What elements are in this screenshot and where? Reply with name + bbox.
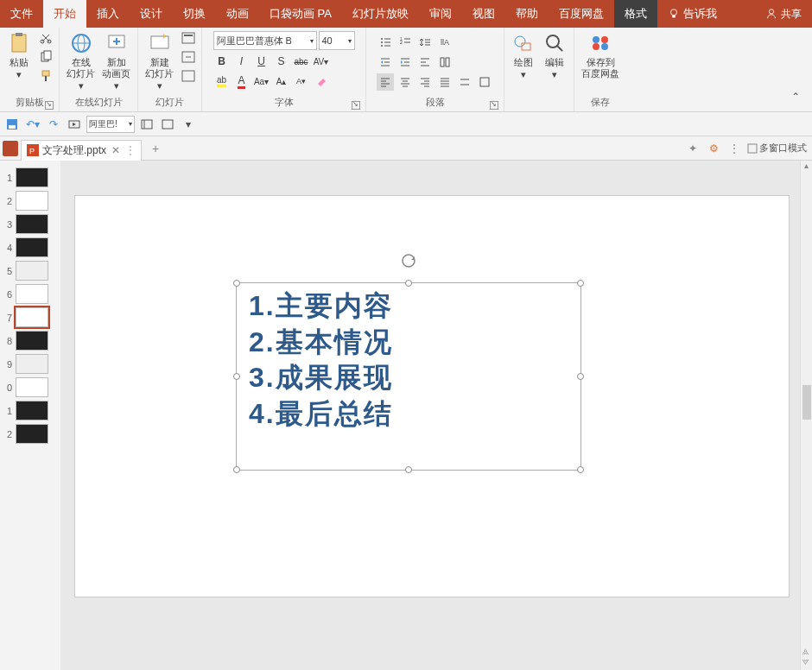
new-anim-page-button[interactable]: 新加 动画页▾ (98, 29, 134, 94)
char-spacing-button[interactable]: AV▾ (313, 53, 330, 70)
new-slide-button[interactable]: 新建 幻灯片▾ (142, 29, 177, 94)
align-center-button[interactable] (396, 73, 414, 91)
resize-handle-bl[interactable] (233, 466, 240, 473)
resize-handle-tl[interactable] (233, 280, 240, 287)
tab-animation[interactable]: 动画 (216, 0, 259, 28)
dialog-launcher-clipboard[interactable] (45, 101, 54, 110)
columns-button[interactable] (436, 54, 454, 71)
next-slide-button[interactable]: ⩔ (800, 658, 810, 668)
align-right-button[interactable] (416, 73, 434, 91)
tab-tellme[interactable]: 告诉我 (657, 0, 727, 28)
edit-button[interactable]: 编辑▾ (539, 29, 570, 82)
align-dropdown-button[interactable] (416, 54, 434, 71)
tab-transition[interactable]: 切换 (173, 0, 216, 28)
italic-button[interactable]: I (233, 53, 251, 70)
vertical-scrollbar[interactable]: ▴ ⩓ ⩔ (800, 161, 812, 670)
slide[interactable]: 1.主要内容2.基本情况3.成果展现4.最后总结 (74, 195, 790, 597)
magic-button[interactable]: ✦ (685, 141, 701, 156)
more-qat-button[interactable]: ▾ (180, 116, 197, 133)
close-tab-button[interactable]: ✕ (110, 144, 122, 156)
tab-baidu[interactable]: 百度网盘 (549, 0, 614, 28)
paste-button[interactable]: 粘贴 ▾ (3, 29, 35, 82)
change-case-button[interactable]: Aa▾ (253, 73, 270, 90)
tab-review[interactable]: 审阅 (419, 0, 462, 28)
resize-handle-br[interactable] (577, 466, 584, 473)
tab-help[interactable]: 帮助 (505, 0, 549, 28)
shrink-font-button[interactable]: A▾ (293, 73, 310, 90)
save-button[interactable] (3, 116, 21, 133)
bullets-button[interactable] (377, 34, 394, 51)
text-direction-button[interactable]: llA (436, 34, 454, 51)
tab-format[interactable]: 格式 (614, 0, 657, 28)
clear-format-button[interactable] (313, 73, 330, 90)
tab-insert[interactable]: 插入 (86, 0, 130, 28)
decrease-indent-button[interactable] (377, 54, 394, 71)
underline-button[interactable]: U (253, 53, 270, 70)
highlight-button[interactable]: ab (213, 73, 231, 90)
settings-button[interactable]: ⚙ (706, 141, 721, 156)
thumbnail-9[interactable]: 9 (0, 352, 60, 376)
smartart-button[interactable] (476, 73, 493, 91)
undo-button[interactable]: ↶▾ (24, 116, 41, 133)
thumbnail-8[interactable]: 8 (0, 329, 60, 352)
copy-button[interactable] (36, 48, 55, 66)
home-tab-button[interactable] (3, 141, 18, 156)
save-baidu-button[interactable]: 保存到 百度网盘 (578, 29, 623, 81)
prev-slide-button[interactable]: ⩓ (800, 648, 810, 658)
dialog-launcher-paragraph[interactable] (490, 101, 498, 110)
share-button[interactable]: 共享 (755, 0, 812, 28)
font-name-combo[interactable]: 阿里巴巴普惠体 B▾ (213, 31, 317, 50)
align-left-button[interactable] (377, 73, 394, 91)
qat-font-combo[interactable]: 阿里巴!▾ (86, 116, 135, 133)
new-tab-button[interactable]: + (147, 140, 164, 157)
thumbnail-10[interactable]: 0 (0, 376, 60, 399)
multiwindow-button[interactable]: 多窗口模式 (747, 142, 807, 155)
redo-button[interactable]: ↷ (45, 116, 62, 133)
draw-button[interactable]: 绘图▾ (508, 29, 539, 82)
resize-handle-l[interactable] (233, 373, 240, 380)
tab-slideshow[interactable]: 幻灯片放映 (342, 0, 419, 28)
resize-handle-r[interactable] (577, 373, 584, 380)
thumbnail-5[interactable]: 5 (0, 259, 60, 282)
shadow-button[interactable]: S (273, 53, 290, 70)
resize-handle-b[interactable] (405, 466, 412, 473)
thumbnail-7[interactable]: 7 (0, 306, 60, 329)
tab-design[interactable]: 设计 (130, 0, 173, 28)
grow-font-button[interactable]: A▴ (273, 73, 290, 90)
thumbnail-1[interactable]: 1 (0, 166, 60, 189)
tab-file[interactable]: 文件 (0, 0, 43, 28)
thumbnail-2[interactable]: 2 (0, 189, 60, 212)
thumbnail-6[interactable]: 6 (0, 282, 60, 306)
format-painter-button[interactable] (36, 67, 55, 85)
scrollbar-thumb[interactable] (802, 385, 811, 420)
align-justify-button[interactable] (436, 73, 454, 91)
font-color-button[interactable]: A (233, 73, 251, 90)
section-button[interactable] (179, 67, 198, 85)
document-tab[interactable]: P 文字处理.pptx ✕ ⋮ (21, 140, 142, 161)
strike-button[interactable]: abc (293, 53, 310, 70)
rotate-handle[interactable] (400, 252, 417, 269)
increase-indent-button[interactable] (396, 54, 414, 71)
outline-view-button[interactable] (159, 116, 176, 133)
tab-view[interactable]: 视图 (462, 0, 505, 28)
scroll-up-button[interactable]: ▴ (801, 161, 812, 173)
thumbnail-12[interactable]: 2 (0, 422, 60, 446)
collapse-ribbon-button[interactable]: ⌃ (791, 91, 809, 108)
normal-view-button[interactable] (138, 116, 155, 133)
resize-handle-t[interactable] (405, 280, 412, 287)
distribute-button[interactable] (456, 73, 473, 91)
dialog-launcher-font[interactable] (352, 101, 360, 110)
cut-button[interactable] (36, 29, 55, 47)
from-beginning-button[interactable] (66, 116, 83, 133)
online-slide-button[interactable]: 在线 幻灯片▾ (63, 29, 98, 94)
thumbnail-3[interactable]: 3 (0, 212, 60, 236)
textbox-selected[interactable]: 1.主要内容2.基本情况3.成果展现4.最后总结 (236, 282, 581, 471)
tab-pocket[interactable]: 口袋动画 PA (259, 0, 342, 28)
reset-button[interactable] (179, 48, 198, 66)
resize-handle-tr[interactable] (577, 280, 584, 287)
tab-home[interactable]: 开始 (43, 0, 86, 28)
numbering-button[interactable]: 12 (396, 34, 414, 51)
font-size-combo[interactable]: 40▾ (319, 31, 355, 50)
thumbnail-11[interactable]: 1 (0, 399, 60, 422)
bold-button[interactable]: B (213, 53, 231, 70)
